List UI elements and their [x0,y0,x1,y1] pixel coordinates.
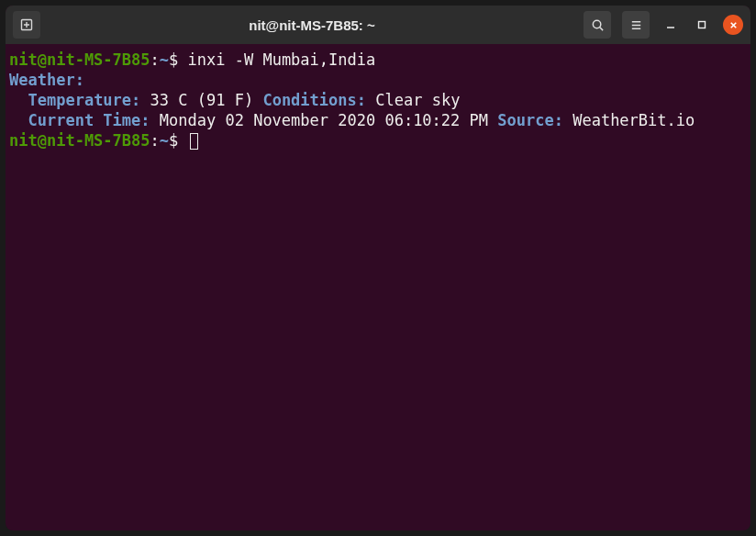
prompt-symbol: $ [169,50,178,69]
weather-label: Weather: [9,71,84,89]
new-tab-button[interactable] [13,11,40,39]
temperature-label: Temperature: [28,91,140,109]
hamburger-icon [629,18,643,32]
terminal-window: nit@nit-MS-7B85: ~ [6,6,750,530]
terminal-body[interactable]: nit@nit-MS-7B85:~$ inxi -W Mumbai,India … [6,44,750,530]
cursor [190,133,198,150]
minimize-icon [665,19,676,30]
titlebar-right [584,11,743,39]
source-label: Source: [497,111,563,129]
current-time-label: Current Time: [28,111,150,129]
prompt-user-host-2: nit@nit-MS-7B85 [9,131,150,150]
close-button[interactable] [723,15,743,35]
conditions-value: Clear sky [375,91,460,109]
prompt-user-host: nit@nit-MS-7B85 [9,50,150,69]
svg-rect-9 [699,22,706,28]
prompt-path-2: ~ [160,131,169,150]
prompt-path: ~ [160,50,169,69]
titlebar-left [13,11,40,39]
window-title: nit@nit-MS-7B85: ~ [40,17,584,33]
minimize-button[interactable] [661,15,681,35]
svg-point-3 [593,20,600,28]
command-text: inxi -W Mumbai,India [178,50,375,69]
current-time-value: Monday 02 November 2020 06:10:22 PM [160,111,488,129]
menu-button[interactable] [622,11,650,39]
new-tab-icon [19,17,34,32]
maximize-icon [696,19,707,30]
titlebar: nit@nit-MS-7B85: ~ [6,6,750,44]
command-value: inxi -W Mumbai,India [188,50,376,69]
close-icon [728,20,739,30]
search-button[interactable] [584,11,611,39]
prompt-colon-2: : [150,131,160,150]
prompt-colon: : [150,50,160,69]
prompt-symbol-2: $ [169,131,178,150]
conditions-label: Conditions: [262,91,366,109]
temperature-value: 33 C (91 F) [150,91,254,109]
search-icon [591,18,605,32]
svg-line-4 [599,27,602,29]
source-value: WeatherBit.io [573,111,695,129]
maximize-button[interactable] [692,15,712,35]
